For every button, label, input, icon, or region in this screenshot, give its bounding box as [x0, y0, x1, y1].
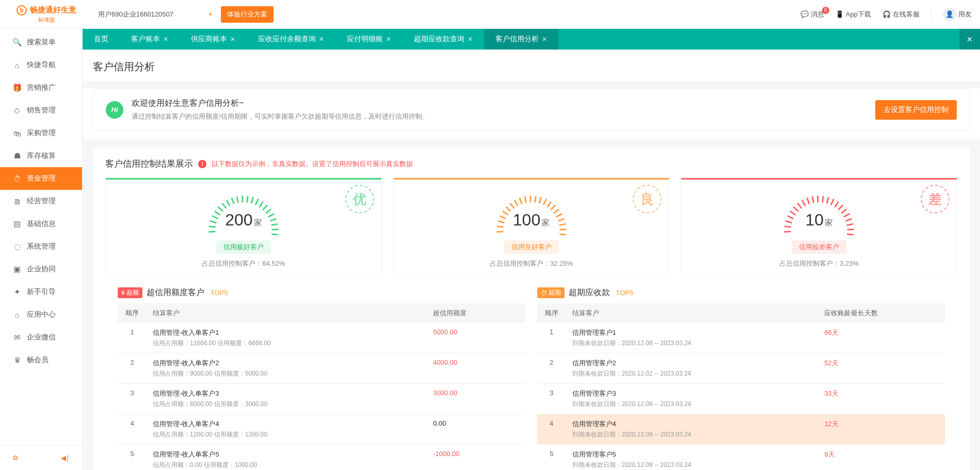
- table-row[interactable]: 1信用管理客户1到期未收款日期：2020.12.08 -- 2023.03.24…: [537, 323, 945, 353]
- grade-stamp: 差: [921, 185, 950, 214]
- sidebar-item[interactable]: ♛畅会员: [0, 349, 82, 371]
- tab[interactable]: 首页: [83, 29, 120, 50]
- gauge-chart: 200家: [200, 189, 287, 235]
- sidebar-item[interactable]: 🎁营销推广: [0, 76, 82, 99]
- tab-close-icon[interactable]: ✕: [319, 36, 324, 43]
- svg-line-36: [525, 197, 526, 203]
- tab-close-all[interactable]: ✕: [959, 29, 980, 50]
- row-amount: 4000.00: [427, 353, 525, 384]
- table-row[interactable]: 4信用管理-收入单客户4信用占用额：1200.00 信用额度：1200.000.…: [118, 414, 526, 445]
- tab-close-icon[interactable]: ✕: [542, 36, 547, 43]
- sidebar-item[interactable]: ✦新手引导: [0, 281, 82, 303]
- table-row[interactable]: 3信用管理客户3到期未收款日期：2020.12.08 -- 2023.03.24…: [537, 384, 945, 414]
- overdue-badge: ⏱超期: [537, 287, 565, 298]
- enterprise-label: 用户690企业1660120507: [98, 10, 173, 19]
- top5-over-credit: ¥超额 超信用额度客户 TOP5 顺序 结算客户 超信用额度 1信用: [118, 287, 526, 470]
- credit-result-card: 优200家信用极好客户占总信用控制客户：64.52%: [105, 178, 382, 277]
- go-credit-settings-button[interactable]: 去设置客户信用控制: [875, 100, 957, 120]
- tab[interactable]: 应付明细账✕: [335, 29, 403, 50]
- enterprise-select[interactable]: 用户690企业1660120507 ▾: [93, 6, 217, 23]
- clock-icon: ⏱: [541, 289, 547, 297]
- svg-line-40: [543, 200, 546, 205]
- user-menu[interactable]: 👤 用友: [943, 8, 972, 21]
- row-customer: 信用管理-收入单客户5信用占用额：0.00 信用额度：1000.00: [147, 445, 427, 471]
- sidebar-item[interactable]: ☗库存核算: [0, 144, 82, 167]
- table-row[interactable]: 5信用管理-收入单客户5信用占用额：0.00 信用额度：1000.00-1000…: [118, 445, 526, 471]
- table-row[interactable]: 2信用管理客户2到期未收款日期：2020.12.02 -- 2023.03.24…: [537, 353, 945, 384]
- sidebar-item[interactable]: 🛍采购管理: [0, 122, 82, 144]
- sidebar-item[interactable]: 🗎经营管理: [0, 190, 82, 213]
- table-row[interactable]: 4信用管理客户4到期未收款日期：2020.12.08 -- 2023.03.24…: [537, 414, 945, 445]
- table-row[interactable]: 3信用管理-收入单客户3信用占用额：6000.00 信用额度：3000.0030…: [118, 384, 526, 414]
- svg-line-17: [263, 205, 267, 209]
- tab-close-icon[interactable]: ✕: [230, 36, 235, 43]
- sidebar-item-label: 营销推广: [27, 83, 56, 92]
- tab[interactable]: 客户账本✕: [120, 29, 180, 50]
- col-index: 顺序: [118, 303, 147, 323]
- credit-ratio: 占总信用控制客户：64.52%: [111, 259, 376, 268]
- sidebar-item[interactable]: ▣企业协同: [0, 258, 82, 281]
- sidebar-item-icon: ▤: [12, 219, 22, 229]
- tab-close-icon[interactable]: ✕: [163, 36, 168, 43]
- row-index: 3: [537, 384, 566, 414]
- sidebar: 🔍搜索菜单⌂快捷导航🎁营销推广◇销售管理🛍采购管理☗库存核算⏱资金管理🗎经营管理…: [0, 29, 83, 470]
- svg-line-41: [548, 202, 551, 207]
- sidebar-item-icon: ✉: [12, 333, 22, 342]
- tab[interactable]: 应收应付余额查询✕: [247, 29, 335, 50]
- app-download-button[interactable]: 📱 App下载: [836, 10, 871, 19]
- sidebar-item-icon: 🔍: [12, 38, 22, 47]
- messages-button[interactable]: 💬 消息 6: [800, 10, 824, 19]
- brand-name: 畅捷通好生意: [30, 5, 76, 15]
- trial-industry-button[interactable]: 体验行业方案: [221, 6, 274, 23]
- sidebar-item-label: 采购管理: [27, 128, 56, 138]
- sidebar-item[interactable]: ⌂快捷导航: [0, 54, 82, 76]
- table-row[interactable]: 5信用管理客户5到期未收款日期：2020.12.08 -- 2023.03.24…: [537, 445, 945, 471]
- row-index: 5: [537, 445, 566, 471]
- svg-line-8: [222, 204, 226, 208]
- sidebar-item-icon: ♛: [12, 355, 22, 365]
- sidebar-item-icon: ◇: [12, 106, 22, 115]
- row-detail: 信用占用额：9000.00 信用额度：5000.00: [153, 369, 421, 378]
- row-days: 52天: [818, 353, 945, 384]
- gear-icon[interactable]: ⚙: [12, 454, 19, 462]
- tab[interactable]: 供应商账本✕: [180, 29, 247, 50]
- svg-line-58: [798, 204, 801, 208]
- tab[interactable]: 超期应收款查询✕: [403, 29, 484, 50]
- tab-label: 首页: [94, 35, 108, 44]
- overdue-table: 顺序 结算客户 应收账龄最长天数 1信用管理客户1到期未收款日期：2020.12…: [537, 303, 945, 470]
- row-customer: 信用管理-收入单客户4信用占用额：1200.00 信用额度：1200.00: [147, 414, 427, 445]
- row-amount: 5000.00: [427, 323, 525, 353]
- tab-close-icon[interactable]: ✕: [468, 36, 473, 43]
- sidebar-item[interactable]: ◌系统管理: [0, 235, 82, 258]
- page-body: 客户信用分析 Hi 欢迎使用好生意客户信用分析~ 通过控制结算客户的信用额度/信…: [83, 50, 980, 470]
- sidebar-item-icon: ⌂: [12, 310, 22, 319]
- message-icon: 💬: [800, 10, 809, 18]
- credit-tag: 信用极好客户: [216, 240, 271, 254]
- sidebar-item-label: 库存核算: [27, 151, 56, 160]
- online-cs-button[interactable]: 🎧 在线客服: [882, 10, 920, 19]
- sidebar-item-label: 新手引导: [27, 287, 56, 297]
- yen-icon: ¥: [121, 289, 125, 297]
- sidebar-item-icon: ⌂: [12, 60, 22, 70]
- table-row[interactable]: 1信用管理-收入单客户1信用占用额：11666.00 信用额度：6666.005…: [118, 323, 526, 353]
- row-customer: 信用管理客户1到期未收款日期：2020.12.08 -- 2023.03.24: [566, 323, 818, 353]
- overdue-sub: TOP5: [616, 289, 634, 297]
- results-section: 客户信用控制结果展示 ! 以下数据仅为示例，非真实数据。设置了信用控制后可展示真…: [93, 149, 970, 470]
- table-row[interactable]: 2信用管理-收入单客户2信用占用额：9000.00 信用额度：5000.0040…: [118, 353, 526, 384]
- credit-result-card: 差10家信用较差客户占总信用控制客户：3.23%: [681, 178, 957, 277]
- row-amount: 0.00: [427, 414, 525, 445]
- sidebar-item[interactable]: ⏱资金管理: [0, 167, 82, 190]
- collapse-icon[interactable]: ◀∣: [61, 454, 70, 462]
- tab-close-icon[interactable]: ✕: [386, 36, 391, 43]
- sidebar-item[interactable]: ▤基础信息: [0, 213, 82, 235]
- over-credit-title: 超信用额度客户: [147, 287, 204, 298]
- sidebar-item[interactable]: ⌂应用中心: [0, 303, 82, 326]
- sidebar-item[interactable]: ✉企业微信: [0, 326, 82, 349]
- svg-line-63: [823, 197, 823, 202]
- warning-icon: !: [198, 160, 206, 168]
- sidebar-item[interactable]: 🔍搜索菜单: [0, 31, 82, 54]
- row-customer: 信用管理客户4到期未收款日期：2020.12.08 -- 2023.03.24: [566, 414, 818, 445]
- tab[interactable]: 客户信用分析✕: [484, 29, 558, 50]
- sidebar-item[interactable]: ◇销售管理: [0, 99, 82, 122]
- row-detail: 到期未收款日期：2020.12.08 -- 2023.03.24: [572, 430, 812, 439]
